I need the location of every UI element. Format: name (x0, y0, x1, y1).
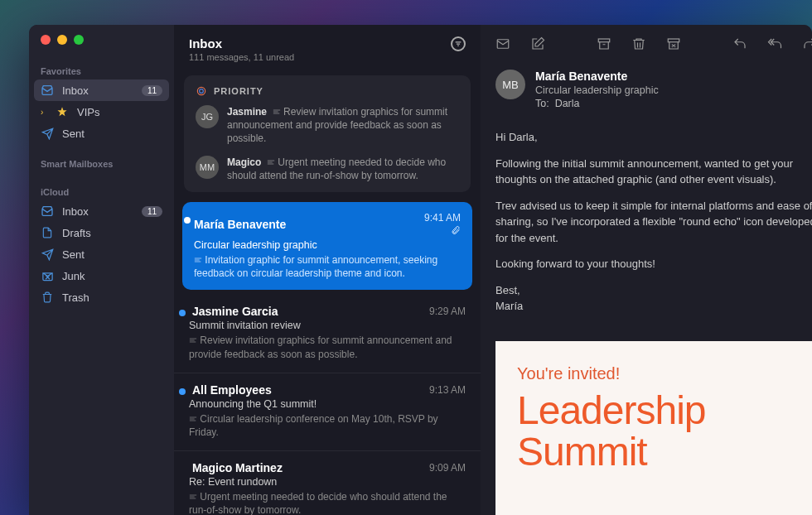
message-subject: Circular leadership graphic (535, 84, 659, 96)
sidebar-item-icloud-sent[interactable]: Sent (29, 243, 174, 265)
sent-icon (41, 248, 54, 261)
message-from: Magico Martinez (192, 461, 283, 474)
junk-icon[interactable] (666, 36, 681, 51)
envelope-icon[interactable] (495, 36, 510, 51)
invite-attachment: You're invited! Leadership Summit (495, 341, 812, 516)
body-paragraph: Looking forward to your thoughts! (495, 256, 812, 272)
message-item[interactable]: Jasmine Garcia9:29 AM Summit invitation … (174, 295, 481, 373)
apple-intelligence-icon (196, 85, 207, 97)
inbox-icon (41, 84, 54, 97)
priority-summary: Magico Urgent meeting needed to decide w… (227, 156, 459, 182)
avatar: MM (196, 156, 219, 179)
message-time: 9:41 AM (424, 212, 461, 224)
unread-badge: 11 (142, 206, 162, 217)
nav-label: Junk (62, 270, 162, 282)
nav-label: Inbox (62, 84, 133, 97)
nav-label: Sent (62, 128, 162, 140)
section-smart-mailboxes: Smart Mailboxes (29, 156, 174, 172)
sidebar-item-junk[interactable]: Junk (29, 265, 174, 286)
mailbox-title: Inbox (189, 36, 294, 51)
message-preview: Urgent meeting needed to decide who shou… (189, 490, 466, 515)
junk-icon (41, 269, 54, 282)
message-preview: Circular leadership conference on May 10… (189, 412, 466, 439)
mailbox-subtitle: 111 messages, 11 unread (189, 52, 294, 62)
svg-point-1 (200, 89, 204, 94)
priority-summary: Jasmine Review invitation graphics for s… (227, 105, 459, 146)
sender-avatar: MB (495, 70, 525, 99)
nav-label: Sent (62, 248, 162, 261)
sidebar-item-vips[interactable]: › VIPs (29, 101, 174, 123)
unread-dot (179, 310, 186, 316)
nav-label: Trash (62, 291, 162, 304)
priority-section: PRIORITY JG Jasmine Review invitation gr… (184, 75, 471, 192)
sender-name: María Benavente (535, 70, 659, 83)
body-paragraph: Hi Darla, (495, 129, 812, 146)
maximize-window-button[interactable] (74, 35, 84, 45)
list-header: Inbox 111 messages, 11 unread (174, 25, 481, 70)
message-list-column: Inbox 111 messages, 11 unread PRIORITY J… (174, 25, 481, 515)
nav-label: Drafts (62, 227, 162, 239)
message-time: 9:13 AM (429, 384, 466, 396)
message-item[interactable]: All Employees9:13 AM Announcing the Q1 s… (174, 373, 481, 451)
message-from: All Employees (192, 383, 272, 397)
section-icloud: iCloud (29, 184, 174, 200)
sidebar-item-trash[interactable]: Trash (29, 286, 174, 308)
message-time: 9:29 AM (429, 306, 466, 317)
message-list: María Benavente9:41 AM Circular leadersh… (174, 197, 481, 515)
nav-label: Inbox (62, 205, 133, 218)
reply-all-icon[interactable] (767, 36, 782, 51)
expand-icon: › (41, 108, 47, 117)
message-from: Jasmine Garcia (192, 305, 278, 318)
unread-badge: 11 (142, 85, 162, 96)
svg-rect-2 (497, 40, 509, 49)
reply-icon[interactable] (732, 36, 747, 51)
section-favorites: Favorites (29, 63, 174, 79)
message-preview: Invitation graphic for summit announceme… (194, 253, 461, 280)
filter-button[interactable] (451, 36, 466, 51)
priority-header: PRIORITY (196, 85, 459, 97)
trash-icon[interactable] (631, 36, 646, 51)
priority-item[interactable]: JG Jasmine Review invitation graphics fo… (196, 105, 459, 146)
svg-rect-4 (668, 39, 679, 42)
message-subject: Circular leadership graphic (194, 239, 461, 251)
trash-icon (41, 291, 54, 304)
sidebar-item-sent[interactable]: Sent (29, 123, 174, 144)
forward-icon[interactable] (802, 36, 812, 51)
reader-toolbar (481, 25, 812, 63)
body-paragraph: Following the initial summit announcemen… (495, 156, 812, 188)
message-item[interactable]: Magico Martinez9:09 AM Re: Event rundown… (174, 451, 481, 515)
unread-dot (184, 217, 191, 224)
inbox-icon (41, 205, 54, 218)
priority-item[interactable]: MM Magico Urgent meeting needed to decid… (196, 156, 459, 182)
message-to: To: Darla (535, 98, 659, 109)
message-subject: Re: Event rundown (189, 476, 466, 488)
body-paragraph: Best,María (495, 282, 812, 315)
archive-icon[interactable] (597, 36, 611, 51)
message-preview: Review invitation graphics for summit an… (189, 334, 466, 360)
window-controls (29, 35, 174, 60)
sidebar-item-drafts[interactable]: Drafts (29, 222, 174, 243)
sidebar-item-icloud-inbox[interactable]: Inbox 11 (29, 200, 174, 222)
priority-label: PRIORITY (214, 86, 263, 96)
message-from: María Benavente (194, 218, 286, 231)
message-body: Hi Darla,Following the initial summit an… (481, 121, 812, 333)
message-subject: Summit invitation review (189, 320, 466, 331)
svg-rect-3 (598, 39, 610, 42)
sidebar-item-inbox[interactable]: Inbox 11 (34, 79, 169, 101)
unread-dot (179, 388, 186, 395)
message-header: MB María Benavente Circular leadership g… (481, 63, 812, 121)
message-subject: Announcing the Q1 summit! (189, 398, 466, 410)
minimize-window-button[interactable] (57, 35, 67, 45)
mail-window: Favorites Inbox 11 › VIPs Sent Smart Mai… (29, 25, 812, 515)
invite-kicker: You're invited! (517, 364, 810, 383)
close-window-button[interactable] (41, 35, 51, 45)
invite-title: Leadership Summit (517, 390, 810, 474)
body-paragraph: Trev advised us to keep it simple for in… (495, 198, 812, 247)
attachment-icon (451, 225, 461, 238)
avatar: JG (196, 105, 219, 128)
compose-icon[interactable] (530, 36, 545, 51)
sent-icon (41, 127, 54, 140)
nav-label: VIPs (77, 106, 162, 118)
message-time: 9:09 AM (429, 462, 466, 474)
message-item[interactable]: María Benavente9:41 AM Circular leadersh… (182, 202, 472, 290)
